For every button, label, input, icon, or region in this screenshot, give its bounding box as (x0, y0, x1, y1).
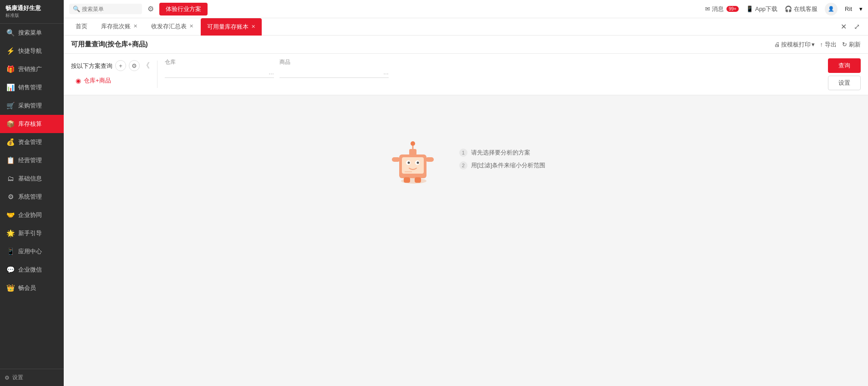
empty-text: 1 请先选择要分析的方案 2 用[过滤]条件来缩小分析范围 (459, 149, 545, 170)
sidebar-item-sales[interactable]: 📊 销售管理 (0, 78, 64, 97)
sidebar-item-label-quick-nav: 快捷导航 (18, 47, 42, 55)
tab-home[interactable]: 首页 (69, 18, 94, 36)
wechat-icon: 💬 (6, 266, 15, 274)
membership-icon: 👑 (6, 284, 15, 292)
sidebar-item-quick-nav[interactable]: ⚡ 快捷导航 (0, 42, 64, 60)
tab-close-batch-account[interactable]: ✕ (133, 23, 137, 29)
app-name: 畅康通好生意 (5, 5, 58, 12)
sidebar-item-label-inventory: 库存核算 (18, 120, 42, 128)
svg-rect-10 (392, 157, 400, 162)
sidebar-item-label-operations: 经营管理 (18, 156, 42, 165)
svg-rect-2 (402, 157, 424, 174)
filter-schemes: 按以下方案查询 + ⚙ 《 ◉ 仓库+商品 (71, 58, 150, 87)
scheme-item-warehouse-goods[interactable]: ◉ 仓库+商品 (71, 75, 150, 87)
operations-icon: 📋 (6, 156, 15, 165)
tab-close-receipt-summary[interactable]: ✕ (189, 23, 193, 29)
sidebar-item-label-membership: 畅会员 (18, 284, 36, 292)
filter-field-warehouse: 仓库 … (165, 58, 274, 78)
sidebar-item-basic-info[interactable]: 🗂 基础信息 (0, 170, 64, 188)
step-1-text: 请先选择要分析的方案 (471, 149, 530, 157)
sidebar-item-search[interactable]: 🔍 搜索菜单 (0, 24, 64, 42)
sidebar-item-label-search: 搜索菜单 (18, 29, 42, 37)
tab-label-home: 首页 (76, 22, 87, 31)
svg-rect-12 (404, 177, 410, 183)
messages-btn[interactable]: ✉ 消息 99+ (705, 5, 739, 13)
print-dropdown-icon: ▾ (812, 41, 815, 48)
purchase-icon: 🛒 (6, 102, 15, 110)
warehouse-input[interactable] (165, 69, 266, 76)
sidebar-item-app-center[interactable]: 📱 应用中心 (0, 242, 64, 261)
tab-close-icon[interactable]: ✕ (838, 21, 849, 33)
online-service-label: 在线客服 (794, 5, 817, 13)
goods-dots-btn[interactable]: … (383, 69, 389, 76)
print-btn[interactable]: 🖨 按模板打印 ▾ (774, 41, 815, 49)
marketing-icon: 🎁 (6, 65, 15, 73)
topbar: 🔍 ⚙ 体验行业方案 ✉ 消息 99+ 📱 App下载 🎧 在线客服 👤 Rit (64, 0, 868, 18)
sidebar-item-newbie[interactable]: 🌟 新手引导 (0, 224, 64, 242)
sidebar-item-label-newbie: 新手引导 (18, 229, 42, 237)
tab-batch-account[interactable]: 库存批次账✕ (95, 18, 144, 36)
sidebar-footer[interactable]: ⚙ 设置 (0, 369, 64, 386)
empty-state: 1 请先选择要分析的方案 2 用[过滤]条件来缩小分析范围 (64, 95, 868, 223)
empty-illustration-area: 1 请先选择要分析的方案 2 用[过滤]条件来缩小分析范围 (386, 132, 545, 186)
online-service-btn[interactable]: 🎧 在线客服 (785, 5, 817, 13)
goods-input[interactable] (279, 69, 381, 76)
refresh-label: 刷新 (849, 41, 861, 49)
svg-rect-7 (409, 149, 416, 155)
tab-available-ledger[interactable]: 可用量库存账本✕ (201, 18, 262, 36)
warehouse-dots-btn[interactable]: … (269, 69, 274, 76)
filter-settings-button[interactable]: 设置 (828, 76, 861, 90)
sidebar-item-system[interactable]: ⚙ 系统管理 (0, 188, 64, 206)
sidebar-item-operations[interactable]: 📋 经营管理 (0, 151, 64, 170)
user-avatar[interactable]: 👤 (825, 3, 838, 15)
topbar-gear-icon[interactable]: ⚙ (146, 3, 156, 15)
empty-illustration (386, 132, 441, 186)
sidebar-logo: 畅康通好生意 标准版 (0, 0, 64, 24)
sidebar-item-marketing[interactable]: 🎁 营销推广 (0, 60, 64, 78)
topbar-search-box[interactable]: 🔍 (69, 4, 142, 14)
tab-receipt-summary[interactable]: 收发存汇总表✕ (145, 18, 200, 36)
app-version: 标准版 (5, 12, 58, 19)
page-content: 可用量查询(按仓库+商品) 🖨 按模板打印 ▾ ↑ 导出 ↻ 刷新 (64, 36, 868, 386)
query-btn[interactable]: 查询 (828, 58, 861, 73)
sidebar-item-label-enterprise: 企业协同 (18, 211, 42, 219)
filter-area: 按以下方案查询 + ⚙ 《 ◉ 仓库+商品 仓库 (64, 54, 868, 95)
topbar-search-input[interactable] (82, 6, 138, 12)
export-icon: ↑ (820, 41, 823, 48)
sidebar-item-inventory[interactable]: 📦 库存核算 (0, 115, 64, 133)
export-btn[interactable]: ↑ 导出 (820, 41, 837, 49)
step-2-num: 2 (459, 161, 467, 170)
app-download-btn[interactable]: 📱 App下载 (746, 5, 777, 13)
sidebar-item-membership[interactable]: 👑 畅会员 (0, 279, 64, 297)
sidebar-item-purchase[interactable]: 🛒 采购管理 (0, 97, 64, 115)
app-download-label: App下载 (755, 5, 777, 13)
tab-expand-icon[interactable]: ⤢ (851, 21, 863, 33)
tabs-bar: 首页库存批次账✕收发存汇总表✕可用量库存账本✕ ✕ ⤢ (64, 18, 868, 36)
sidebar-item-label-marketing: 营销推广 (18, 65, 42, 73)
user-name[interactable]: Rit (845, 5, 852, 12)
filter-add-btn[interactable]: + (115, 60, 126, 71)
print-icon: 🖨 (774, 41, 780, 48)
warehouse-field-input[interactable]: … (165, 67, 274, 78)
industry-btn[interactable]: 体验行业方案 (159, 3, 208, 15)
search-icon: 🔍 (73, 5, 80, 12)
main-area: 🔍 ⚙ 体验行业方案 ✉ 消息 99+ 📱 App下载 🎧 在线客服 👤 Rit (64, 0, 868, 386)
sidebar-item-wechat[interactable]: 💬 企业微信 (0, 261, 64, 279)
refresh-btn[interactable]: ↻ 刷新 (842, 41, 861, 49)
sidebar-item-enterprise[interactable]: 🤝 企业协同 (0, 206, 64, 224)
step-2-text: 用[过滤]条件来缩小分析范围 (471, 161, 545, 170)
sidebar-item-label-system: 系统管理 (18, 193, 42, 201)
filter-actions: + ⚙ 《 (115, 58, 150, 71)
sidebar-item-finance[interactable]: 💰 资金管理 (0, 133, 64, 151)
empty-step-2: 2 用[过滤]条件来缩小分析范围 (459, 161, 545, 170)
page-header-actions: 🖨 按模板打印 ▾ ↑ 导出 ↻ 刷新 (774, 41, 861, 49)
sidebar-item-label-finance: 资金管理 (18, 138, 42, 146)
system-icon: ⚙ (6, 193, 15, 201)
filter-collapse-btn[interactable]: 《 (142, 61, 150, 71)
user-dropdown-icon[interactable]: ▾ (859, 5, 863, 12)
goods-field-label: 商品 (279, 58, 389, 66)
tab-close-available-ledger[interactable]: ✕ (251, 24, 255, 30)
filter-settings-btn[interactable]: ⚙ (129, 60, 140, 71)
goods-field-input[interactable]: … (279, 67, 389, 78)
tab-label-available-ledger: 可用量库存账本 (207, 23, 249, 31)
